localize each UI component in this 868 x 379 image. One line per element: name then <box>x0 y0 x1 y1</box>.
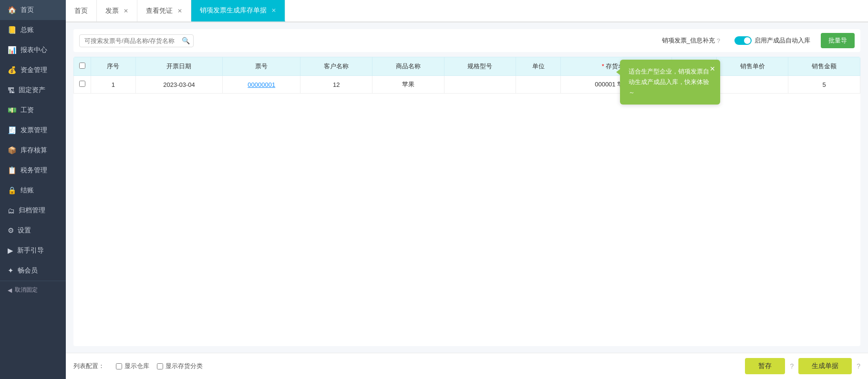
bottom-actions: 暂存 ? 生成单据 ? <box>745 358 860 374</box>
sidebar-item-inventory[interactable]: 📦 库存核算 <box>0 140 66 160</box>
select-all-checkbox[interactable] <box>79 63 85 69</box>
table-row: 1 2023-03-04 00000001 12 苹果 000001 苹果 个 … <box>74 76 860 94</box>
col-header-date: 开票日期 <box>135 57 222 76</box>
cell-ticket-no[interactable]: 00000001 <box>223 76 300 94</box>
sidebar-item-settings[interactable]: ⚙ 设置 <box>0 221 66 241</box>
search-input[interactable] <box>79 34 194 47</box>
sidebar-item-label: 结账 <box>21 186 34 195</box>
cell-spec <box>444 76 516 94</box>
show-warehouse-checkbox[interactable] <box>116 363 122 369</box>
sidebar-item-member[interactable]: ✦ 畅会员 <box>0 261 66 281</box>
inventory-icon: 📦 <box>8 146 17 155</box>
generate-help-icon[interactable]: ? <box>857 362 860 370</box>
cell-date: 2023-03-04 <box>135 76 222 94</box>
guide-icon: ▶ <box>8 246 13 255</box>
sidebar-item-label: 库存核算 <box>21 146 47 155</box>
member-icon: ✦ <box>8 266 14 275</box>
col-header-product: 商品名称 <box>372 57 444 76</box>
info-help-icon[interactable]: ? <box>717 37 720 44</box>
sidebar-item-fixed-assets[interactable]: 🏗 固定资产 <box>0 80 66 100</box>
search-icon[interactable]: 🔍 <box>182 37 190 44</box>
tab-invoice-label: 发票 <box>105 7 119 15</box>
tab-invoice-close[interactable]: ✕ <box>124 8 128 14</box>
tooltip-box: ✕ 适合生产型企业，销项发票自动生成产成品入库，快来体验～ <box>620 60 720 105</box>
generate-button[interactable]: 生成单据 <box>798 358 852 374</box>
sidebar-item-general-ledger[interactable]: 📒 总账 <box>0 20 66 40</box>
row-checkbox-cell <box>74 76 91 94</box>
tab-bar: 首页 发票 ✕ 查看凭证 ✕ 销项发票生成库存单据 ✕ <box>66 0 868 22</box>
archive-icon: 🗂 <box>8 207 15 215</box>
data-table: 序号 开票日期 票号 客户名称 商品名称 规格型号 单位 存货名称 数量 销售单… <box>73 57 860 94</box>
pin-label: 取消固定 <box>15 286 38 294</box>
toggle-label: 启用产成品自动入库 <box>754 36 810 45</box>
tax-icon: 📋 <box>8 166 17 175</box>
tab-voucher-close[interactable]: ✕ <box>177 8 182 14</box>
page-content: 🔍 销项发票_信息补充 ? 启用产成品自动入库 批量导 序 <box>66 22 868 353</box>
sidebar-item-guide[interactable]: ▶ 新手引导 <box>0 241 66 261</box>
sidebar-item-closing[interactable]: 🔒 结账 <box>0 180 66 200</box>
show-warehouse-checkbox-label[interactable]: 显示仓库 <box>116 362 149 370</box>
ledger-icon: 📒 <box>8 26 17 34</box>
row-checkbox[interactable] <box>79 81 85 87</box>
col-header-unit: 单位 <box>516 57 561 76</box>
show-category-label: 显示存货分类 <box>165 362 203 370</box>
payroll-icon: 💵 <box>8 106 17 115</box>
cell-seq: 1 <box>91 76 136 94</box>
sidebar-item-label: 畅会员 <box>18 266 38 275</box>
tab-voucher-label: 查看凭证 <box>146 7 173 15</box>
toggle-area: 启用产成品自动入库 <box>734 36 810 45</box>
sidebar-item-label: 资金管理 <box>21 66 47 74</box>
tooltip-text: 适合生产型企业，销项发票自动生成产成品入库，快来体验～ <box>629 68 709 96</box>
sidebar-item-label: 设置 <box>18 226 31 235</box>
unpin-button[interactable]: ◀ 取消固定 <box>0 281 66 299</box>
sidebar-item-home[interactable]: 🏠 首页 <box>0 0 66 20</box>
batch-import-button[interactable]: 批量导 <box>821 33 855 48</box>
sidebar-item-archive[interactable]: 🗂 归档管理 <box>0 200 66 221</box>
home-icon: 🏠 <box>8 6 17 14</box>
sidebar: 🏠 首页 📒 总账 📊 报表中心 💰 资金管理 🏗 固定资产 💵 工资 🧾 发票… <box>0 0 66 379</box>
sidebar-item-tax[interactable]: 📋 税务管理 <box>0 160 66 180</box>
data-table-wrap: 序号 开票日期 票号 客户名称 商品名称 规格型号 单位 存货名称 数量 销售单… <box>73 57 860 346</box>
show-category-checkbox-label[interactable]: 显示存货分类 <box>157 362 203 370</box>
tab-cancel-invoice-label: 销项发票生成库存单据 <box>200 6 267 15</box>
sidebar-item-invoice-mgmt[interactable]: 🧾 发票管理 <box>0 120 66 140</box>
settings-icon: ⚙ <box>8 226 14 235</box>
sidebar-item-label: 工资 <box>21 106 34 115</box>
col-header-ticket-no: 票号 <box>223 57 300 76</box>
cell-unit <box>516 76 561 94</box>
save-help-icon[interactable]: ? <box>790 362 794 370</box>
assets-icon: 🏗 <box>8 86 15 95</box>
fund-icon: 💰 <box>8 66 17 74</box>
reports-icon: 📊 <box>8 46 17 54</box>
auto-warehouse-toggle[interactable] <box>734 36 752 45</box>
save-button[interactable]: 暂存 <box>745 358 785 374</box>
col-header-unit-price: 销售单价 <box>716 57 788 76</box>
sidebar-item-payroll[interactable]: 💵 工资 <box>0 100 66 120</box>
tooltip-close-button[interactable]: ✕ <box>710 63 715 75</box>
show-category-checkbox[interactable] <box>157 363 163 369</box>
cell-amount: 5 <box>788 76 860 94</box>
sidebar-item-fund[interactable]: 💰 资金管理 <box>0 60 66 80</box>
tab-invoice[interactable]: 发票 ✕ <box>97 0 137 21</box>
pin-icon: ◀ <box>8 287 12 294</box>
col-header-checkbox <box>74 57 91 76</box>
col-header-seq: 序号 <box>91 57 136 76</box>
col-header-amount: 销售金额 <box>788 57 860 76</box>
sidebar-item-label: 新手引导 <box>17 246 44 255</box>
tab-home[interactable]: 首页 <box>66 0 97 21</box>
cell-unit-price <box>716 76 788 94</box>
sidebar-item-label: 首页 <box>21 6 34 14</box>
tab-cancel-invoice[interactable]: 销项发票生成库存单据 ✕ <box>191 0 285 21</box>
tab-cancel-invoice-close[interactable]: ✕ <box>271 7 276 14</box>
list-config-label: 列表配置： <box>73 362 104 370</box>
sidebar-item-label: 归档管理 <box>19 206 45 215</box>
show-warehouse-label: 显示仓库 <box>124 362 149 370</box>
search-wrap: 🔍 <box>79 34 194 47</box>
sidebar-item-label: 总账 <box>21 26 34 34</box>
sidebar-item-reports[interactable]: 📊 报表中心 <box>0 40 66 60</box>
tab-voucher[interactable]: 查看凭证 ✕ <box>137 0 191 21</box>
info-label: 销项发票_信息补充 ? <box>662 36 720 45</box>
invoice-icon: 🧾 <box>8 126 17 135</box>
bottom-bar: 列表配置： 显示仓库 显示存货分类 暂存 ? 生成单据 ? <box>66 353 868 379</box>
main-area: 首页 发票 ✕ 查看凭证 ✕ 销项发票生成库存单据 ✕ 🔍 销项发票_信息补充 … <box>66 0 868 379</box>
